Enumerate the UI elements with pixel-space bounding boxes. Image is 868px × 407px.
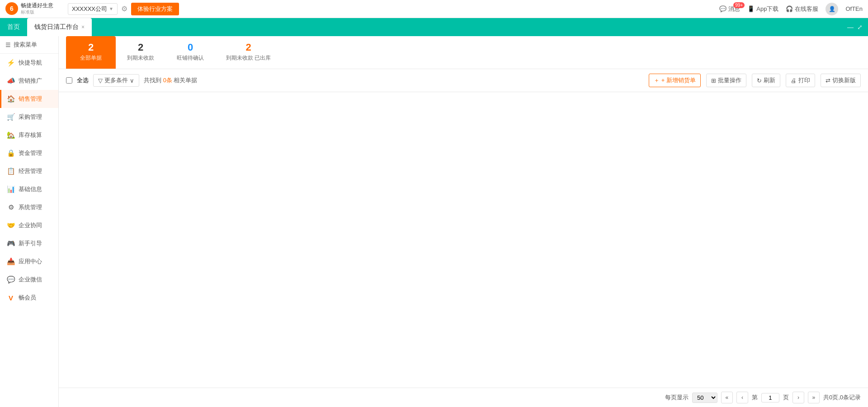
next-page-btn[interactable]: › — [793, 392, 804, 403]
page-number-input[interactable] — [761, 393, 779, 402]
tab-bar: 首页 钱货日清工作台 × — ⤢ — [0, 18, 868, 36]
close-tab-icon[interactable]: × — [81, 24, 85, 30]
sidebar-item-guide[interactable]: 🎮 新手引导 — [0, 234, 58, 253]
sidebar-item-operation-label: 经营管理 — [19, 167, 42, 175]
system-icon: ⚙ — [7, 203, 15, 211]
inventory-icon: 🏡 — [7, 131, 15, 139]
message-btn[interactable]: 💬 消息 99+ — [719, 5, 740, 13]
app-center-icon: 📥 — [7, 257, 15, 266]
sidebar-item-member-label: 畅会员 — [19, 294, 36, 302]
user-name[interactable]: OfTEn — [845, 5, 863, 12]
empty-table-area — [59, 92, 868, 388]
minimize-icon[interactable]: — — [847, 23, 854, 31]
app-download-btn[interactable]: 📱 App下载 — [747, 5, 778, 13]
sidebar-item-member[interactable]: V 畅会员 — [0, 289, 58, 307]
message-badge: 99+ — [733, 2, 745, 8]
refresh-btn[interactable]: ↻ 刷新 — [752, 74, 780, 87]
company-name: XXXXXX公司 — [72, 5, 107, 13]
stat-label-overdue-shipped: 到期未收款 已出库 — [226, 54, 271, 62]
refresh-label: 刷新 — [764, 76, 775, 84]
maximize-icon[interactable]: ⤢ — [857, 23, 863, 31]
stat-num-overdue: 2 — [138, 42, 143, 53]
avatar[interactable]: 👤 — [826, 3, 838, 15]
pagination-bar: 每页显示 50 100 200 « ‹ 第 页 › » 共0页,0条记录 — [59, 388, 868, 407]
prev-page-btn[interactable]: ‹ — [736, 392, 748, 403]
logo-area: 6 畅捷通好生意 标准版 — [5, 2, 64, 15]
batch-label: 批量操作 — [718, 76, 741, 84]
found-suffix: 相关单据 — [174, 77, 197, 84]
quick-nav-icon: ⚡ — [7, 59, 15, 67]
stat-tab-overdue[interactable]: 2 到期未收款 — [116, 36, 165, 69]
found-count: 0条 — [163, 77, 172, 84]
stat-label-pending: 旺铺待确认 — [177, 54, 204, 62]
guide-icon: 🎮 — [7, 239, 15, 248]
sidebar-item-wechat-label: 企业微信 — [19, 276, 42, 284]
search-label: 搜索菜单 — [14, 41, 37, 49]
tab-workbench[interactable]: 钱货日清工作台 × — [27, 18, 92, 36]
sidebar-item-purchase-label: 采购管理 — [19, 113, 42, 121]
page-prefix: 第 — [752, 393, 758, 402]
sidebar-item-basic-info[interactable]: 📊 基础信息 — [0, 180, 58, 198]
select-all-checkbox[interactable] — [66, 77, 72, 84]
sidebar-item-system[interactable]: ⚙ 系统管理 — [0, 198, 58, 216]
batch-btn[interactable]: ⊞ 批量操作 — [706, 74, 746, 87]
sidebar-item-cooperation[interactable]: 🤝 企业协同 — [0, 216, 58, 234]
main-layout: ☰ 搜索菜单 ⚡ 快捷导航 📣 营销推广 🏠 销售管理 🛒 采购管理 🏡 库存核… — [0, 36, 868, 407]
sidebar-item-system-label: 系统管理 — [19, 203, 42, 211]
stat-num-all: 2 — [88, 42, 94, 53]
refresh-icon: ↻ — [757, 77, 762, 84]
sidebar-item-marketing[interactable]: 📣 营销推广 — [0, 72, 58, 90]
top-header: 6 畅捷通好生意 标准版 XXXXXX公司 ▼ ⚙ 体验行业方案 💬 消息 99… — [0, 0, 868, 18]
print-label: 打印 — [798, 76, 810, 84]
sales-icon: 🏠 — [7, 95, 15, 103]
tab-home[interactable]: 首页 — [0, 18, 27, 36]
basic-info-icon: 📊 — [7, 185, 15, 193]
first-page-btn[interactable]: « — [721, 392, 733, 403]
print-btn[interactable]: 🖨 打印 — [786, 74, 815, 87]
filter-icon: ▽ — [98, 77, 103, 84]
batch-icon: ⊞ — [711, 77, 716, 84]
download-icon: 📱 — [747, 5, 755, 12]
message-icon: 💬 — [719, 5, 726, 12]
sidebar-item-wechat[interactable]: 💬 企业微信 — [0, 271, 58, 289]
stat-label-all: 全部单据 — [80, 54, 102, 62]
add-sales-btn[interactable]: ＋ + 新增销货单 — [649, 74, 701, 87]
per-page-select[interactable]: 50 100 200 — [692, 393, 717, 403]
online-service-label: 在线客服 — [795, 5, 818, 13]
trial-button[interactable]: 体验行业方案 — [131, 3, 179, 15]
sidebar-item-sales[interactable]: 🏠 销售管理 — [0, 90, 58, 108]
chevron-down-icon: ▼ — [109, 6, 113, 11]
sidebar-item-inventory-label: 库存核算 — [19, 131, 42, 139]
stat-tab-all[interactable]: 2 全部单据 — [66, 36, 116, 69]
sidebar-item-finance[interactable]: 🔒 资金管理 — [0, 144, 58, 162]
gear-icon[interactable]: ⚙ — [121, 5, 127, 13]
sidebar-item-quick-nav[interactable]: ⚡ 快捷导航 — [0, 54, 58, 72]
stat-tab-pending[interactable]: 0 旺铺待确认 — [165, 36, 215, 69]
stat-tab-overdue-shipped[interactable]: 2 到期未收款 已出库 — [215, 36, 282, 69]
wechat-icon: 💬 — [7, 276, 15, 284]
switch-icon: ⇄ — [826, 77, 830, 84]
add-label: + 新增销货单 — [661, 76, 696, 84]
sidebar-search[interactable]: ☰ 搜索菜单 — [0, 36, 58, 54]
stat-num-overdue-shipped: 2 — [246, 42, 251, 53]
stat-label-overdue: 到期未收款 — [127, 54, 154, 62]
sidebar-item-inventory[interactable]: 🏡 库存核算 — [0, 126, 58, 144]
online-service-btn[interactable]: 🎧 在线客服 — [786, 5, 818, 13]
logo-sub: 标准版 — [21, 9, 53, 15]
purchase-icon: 🛒 — [7, 113, 15, 121]
print-icon: 🖨 — [791, 77, 797, 84]
sidebar-item-purchase[interactable]: 🛒 采购管理 — [0, 108, 58, 126]
page-suffix: 页 — [783, 393, 789, 402]
switch-btn[interactable]: ⇄ 切换新版 — [821, 74, 861, 87]
toolbar: 全选 ▽ 更多条件 ∨ 共找到 0条 相关单据 ＋ + 新增销货单 — [59, 69, 868, 92]
sidebar-item-app-center[interactable]: 📥 应用中心 — [0, 253, 58, 271]
found-prefix: 共找到 — [144, 77, 161, 84]
sidebar-item-operation[interactable]: 📋 经营管理 — [0, 162, 58, 180]
found-text: 共找到 0条 相关单据 — [144, 76, 197, 84]
toolbar-right: ＋ + 新增销货单 ⊞ 批量操作 ↻ 刷新 🖨 打印 ⇄ 切换新版 — [649, 74, 861, 87]
last-page-btn[interactable]: » — [808, 392, 820, 403]
finance-icon: 🔒 — [7, 149, 15, 157]
filter-button[interactable]: ▽ 更多条件 ∨ — [93, 74, 139, 87]
company-selector[interactable]: XXXXXX公司 ▼ — [68, 3, 118, 15]
operation-icon: 📋 — [7, 167, 15, 175]
